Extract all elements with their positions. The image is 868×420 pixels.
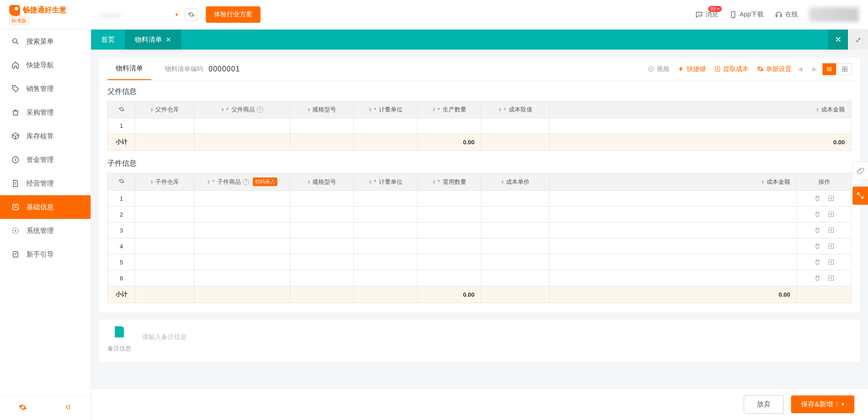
prev-record-button[interactable]: ◀	[794, 63, 806, 75]
gear-icon	[757, 66, 764, 72]
parent-col-spec[interactable]: ▲▼规格型号	[290, 101, 354, 118]
delete-row-button[interactable]	[814, 243, 821, 250]
parent-table-row[interactable]: 1	[108, 118, 852, 134]
parent-col-gear[interactable]	[108, 101, 135, 118]
add-row-button[interactable]	[827, 195, 835, 202]
sidebar-item-sales[interactable]: 销售管理	[0, 77, 91, 101]
close-icon[interactable]: ✕	[166, 36, 171, 43]
sort-icon: ▲▼	[498, 107, 502, 112]
app-download-link[interactable]: App下载	[729, 10, 764, 19]
parent-col-qty[interactable]: ▲▼*生产数量	[418, 101, 481, 118]
info-icon: ?	[243, 179, 249, 185]
user-avatar-blurred[interactable]	[809, 7, 859, 22]
child-col-unit-cost[interactable]: ▲▼成本单价	[481, 173, 550, 191]
company-settings-button[interactable]	[185, 8, 198, 21]
child-col-spec[interactable]: ▲▼规格型号	[290, 173, 354, 191]
save-and-new-button[interactable]: 保存&新增▾	[791, 395, 854, 413]
tab-home[interactable]: 首页	[91, 30, 125, 50]
child-table-row[interactable]: 6	[108, 270, 852, 286]
gear-icon	[118, 106, 125, 112]
sidebar-collapse-button[interactable]	[64, 403, 72, 414]
parent-col-cost-amt[interactable]: ▲▼成本金额	[550, 101, 852, 118]
child-subtotal-row: 小计 0.00 0.00	[108, 286, 852, 303]
brand-name: 畅捷通好生意	[23, 5, 66, 15]
remark-input[interactable]	[140, 325, 852, 349]
parent-col-unit[interactable]: ▲▼*计量单位	[354, 101, 418, 118]
sidebar-item-quicknav[interactable]: 快捷导航	[0, 53, 91, 77]
company-selector[interactable]: ——— ▾	[100, 11, 178, 19]
child-col-warehouse[interactable]: ▲▼子件仓库	[135, 173, 194, 191]
child-table-row[interactable]: 5	[108, 254, 852, 270]
discard-button[interactable]: 放弃	[744, 395, 784, 414]
child-col-unit[interactable]: ▲▼*计量单位	[354, 173, 418, 191]
tag-icon	[11, 85, 20, 93]
view-grid-toggle[interactable]	[838, 63, 852, 75]
sidebar-item-search[interactable]: 搜索菜单	[0, 30, 91, 53]
attachment-float-button[interactable]	[853, 162, 868, 180]
child-table-row[interactable]: 4	[108, 238, 852, 254]
tab-bom[interactable]: 物料清单✕	[125, 30, 181, 50]
shortcut-link[interactable]: 快捷键	[678, 65, 706, 73]
headset-icon	[775, 10, 783, 19]
tabs-expand-button[interactable]: ⤢	[848, 30, 868, 50]
add-row-button[interactable]	[827, 258, 835, 266]
delete-row-button[interactable]	[814, 195, 821, 202]
sidebar-item-purchase[interactable]: 采购管理	[0, 101, 91, 124]
system-icon	[11, 227, 20, 235]
online-support-link[interactable]: 在线	[775, 10, 798, 19]
messages-link[interactable]: 消息 99 +	[695, 10, 718, 19]
sidebar-item-system[interactable]: 系统管理	[0, 219, 91, 243]
sidebar-item-finance[interactable]: 资金管理	[0, 148, 91, 172]
add-row-button[interactable]	[827, 211, 835, 218]
extract-icon	[714, 66, 721, 72]
parent-subtotal-qty: 0.00	[418, 134, 481, 151]
bill-settings-link[interactable]: 单据设置	[757, 65, 791, 73]
child-col-product[interactable]: ▲▼*子件商品?扫码录入	[194, 173, 290, 191]
grid-icon	[841, 66, 848, 73]
delete-row-button[interactable]	[814, 227, 821, 234]
child-col-need-qty[interactable]: ▲▼*需用数量	[418, 173, 481, 191]
delete-row-button[interactable]	[814, 211, 821, 218]
child-col-gear[interactable]	[108, 173, 135, 191]
subtotal-label: 小计	[108, 134, 135, 151]
sidebar-settings-button[interactable]	[19, 403, 27, 414]
sidebar-item-inventory[interactable]: 库存核算	[0, 124, 91, 148]
play-icon	[648, 66, 654, 72]
form-tab-bom[interactable]: 物料清单	[107, 58, 151, 80]
sidebar-label: 搜索菜单	[26, 37, 54, 46]
child-table-row[interactable]: 3	[108, 223, 852, 238]
parent-col-warehouse[interactable]: ▲▼父件仓库	[135, 101, 194, 118]
scan-input-badge[interactable]: 扫码录入	[253, 177, 277, 186]
gear-icon	[118, 178, 125, 184]
parent-col-product[interactable]: ▲▼*父件商品?	[194, 101, 290, 118]
phone-icon	[729, 10, 737, 19]
child-col-cost-amt[interactable]: ▲▼成本金额	[550, 173, 797, 191]
tabs-close-all-button[interactable]: ✕	[828, 30, 848, 50]
view-list-toggle[interactable]	[822, 63, 836, 75]
sidebar-item-basedata[interactable]: 基础信息	[0, 195, 91, 219]
sidebar-item-guide[interactable]: 新手引导	[0, 243, 91, 266]
sort-icon: ▲▼	[432, 180, 436, 184]
experience-cta-button[interactable]: 体验行业方案	[206, 6, 260, 23]
fullscreen-float-button[interactable]	[853, 187, 868, 205]
money-icon	[11, 156, 20, 164]
sidebar: 搜索菜单 快捷导航 销售管理 采购管理 库存核算 资金管理 经营管理 基础信息 …	[0, 30, 91, 420]
video-link[interactable]: 视频	[648, 65, 669, 73]
row-index: 1	[108, 191, 135, 207]
remark-card: 备注信息	[99, 319, 860, 362]
child-table-row[interactable]: 1	[108, 191, 852, 207]
bom-code-value: 0000001	[209, 65, 240, 73]
sidebar-item-operation[interactable]: 经营管理	[0, 172, 91, 195]
parent-col-cost-src[interactable]: ▲▼*成本取值	[481, 101, 550, 118]
add-row-button[interactable]	[827, 274, 835, 282]
chevron-down-icon: ▾	[837, 401, 844, 407]
extract-cost-link[interactable]: 提取成本	[714, 65, 749, 73]
add-row-button[interactable]	[827, 243, 835, 250]
parent-section-title: 父件信息	[107, 87, 852, 96]
add-row-button[interactable]	[827, 227, 835, 234]
next-record-button[interactable]: ▶	[809, 63, 821, 75]
sidebar-label: 销售管理	[26, 85, 54, 93]
delete-row-button[interactable]	[814, 258, 821, 266]
delete-row-button[interactable]	[814, 274, 821, 282]
child-table-row[interactable]: 2	[108, 207, 852, 223]
